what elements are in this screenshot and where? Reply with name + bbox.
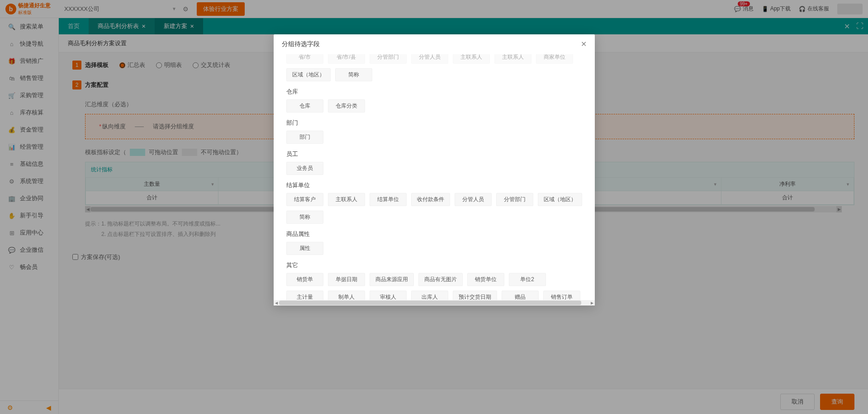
field-chip-5-4[interactable]: 销货单位 [467,273,504,286]
field-chip-5-1[interactable]: 单据日期 [328,273,365,286]
modal-hscroll[interactable]: ◀ ▶ [274,300,595,306]
field-chip-2-0[interactable]: 业务员 [286,162,323,175]
field-chip-5-5[interactable]: 单位2 [509,273,546,286]
field-group-title-1: 部门 [286,119,587,127]
field-chip-0-1[interactable]: 仓库分类 [328,99,365,113]
field-group-title-2: 员工 [286,150,587,158]
field-chip-5-12[interactable]: 销售订单 [543,291,580,300]
field-chip-top2-0[interactable]: 区域（地区） [286,68,331,81]
field-chip-3-1[interactable]: 主联系人 [328,193,365,206]
field-row-4: 属性 [286,242,587,255]
modal-scroll-left-icon[interactable]: ◀ [274,300,279,306]
field-chip-3-6[interactable]: 区域（地区） [538,193,582,206]
field-group-title-3: 结算单位 [286,181,587,189]
field-chip-top-3[interactable]: 分管人员 [411,54,448,64]
field-chip-5-2[interactable]: 商品来源应用 [370,273,414,286]
field-chip-3-0[interactable]: 结算客户 [286,193,323,206]
field-chip-top-6[interactable]: 商家单位 [536,54,573,64]
field-chip-top-5[interactable]: 主联系人 [494,54,531,64]
field-row-3: 结算客户主联系人结算单位收付款条件分管人员分管部门区域（地区）简称 [286,193,587,224]
field-chip-top-0[interactable]: 省/市 [286,54,323,64]
field-chip-3-2[interactable]: 结算单位 [370,193,407,206]
field-row-5: 销货单单据日期商品来源应用商品有无图片销货单位单位2主计量制单人审核人出库人预计… [286,273,587,300]
field-chip-3-5[interactable]: 分管部门 [496,193,533,206]
modal-scroll-right-icon[interactable]: ▶ [589,300,595,306]
field-row-0: 仓库仓库分类 [286,99,587,113]
field-group-title-4: 商品属性 [286,230,587,238]
field-select-modal: 分组待选字段 ✕ 省/市省/市/县分管部门分管人员主联系人主联系人商家单位 区域… [274,34,595,306]
field-chip-3-4[interactable]: 分管人员 [455,193,492,206]
field-row-2: 业务员 [286,162,587,175]
modal-title: 分组待选字段 [282,40,320,48]
field-chip-5-6[interactable]: 主计量 [286,291,323,300]
field-chip-3-7[interactable]: 简称 [286,211,323,224]
field-chip-5-7[interactable]: 制单人 [328,291,365,300]
field-chip-1-0[interactable]: 部门 [286,131,323,144]
modal-header: 分组待选字段 ✕ [274,34,595,54]
close-icon[interactable]: ✕ [581,40,587,48]
field-chip-0-0[interactable]: 仓库 [286,99,323,113]
field-chip-5-11[interactable]: 赠品 [502,291,539,300]
field-group-title-5: 其它 [286,261,587,269]
field-chip-5-10[interactable]: 预计交货日期 [453,291,497,300]
field-chip-top-4[interactable]: 主联系人 [453,54,490,64]
field-chip-5-8[interactable]: 审核人 [370,291,407,300]
field-group-title-0: 仓库 [286,88,587,96]
field-row-1: 部门 [286,131,587,144]
field-chip-5-9[interactable]: 出库人 [411,291,448,300]
field-chip-top-1[interactable]: 省/市/县 [328,54,365,64]
field-chip-top-2[interactable]: 分管部门 [370,54,407,64]
modal-overlay[interactable]: 分组待选字段 ✕ 省/市省/市/县分管部门分管人员主联系人主联系人商家单位 区域… [0,0,868,414]
field-chip-3-3[interactable]: 收付款条件 [411,193,450,206]
modal-body: 省/市省/市/县分管部门分管人员主联系人主联系人商家单位 区域（地区）简称 仓库… [274,54,595,300]
field-chip-5-0[interactable]: 销货单 [286,273,323,286]
field-chip-4-0[interactable]: 属性 [286,242,323,255]
field-chip-top2-1[interactable]: 简称 [335,68,372,81]
modal-scroll-thumb[interactable] [279,301,581,305]
field-chip-5-3[interactable]: 商品有无图片 [418,273,463,286]
